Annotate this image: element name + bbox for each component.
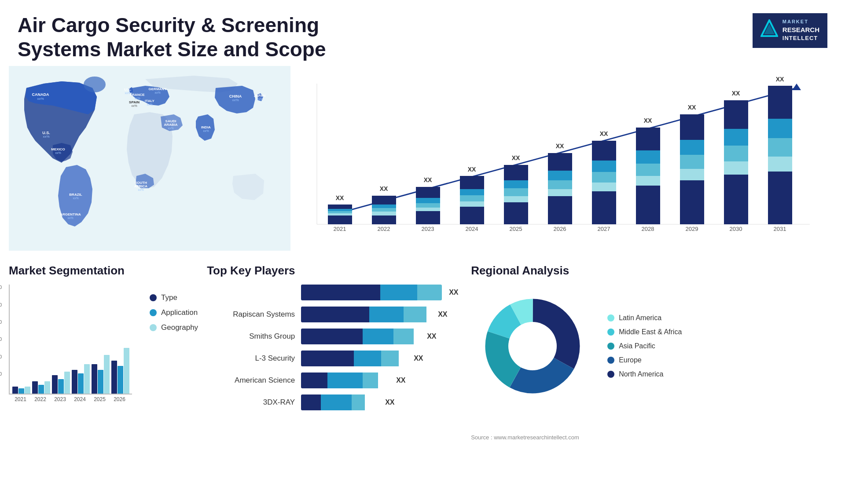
legend-label-apac: Asia Pacific [619,342,655,350]
svg-text:2021: 2021 [334,226,346,232]
bar-seg-mid [380,285,417,300]
svg-rect-78 [548,189,572,196]
svg-rect-83 [592,161,616,172]
header: Air Cargo Security & Screening Systems M… [0,0,845,66]
seg-bar-type [92,364,97,394]
bar-seg-dark [301,351,354,366]
legend-dot-apac [607,343,614,350]
svg-rect-98 [680,155,704,169]
brand-sub: INTELLECT [783,34,819,42]
source-text: Source : www.marketresearchintellect.com [471,434,836,441]
player-row-l3: L-3 Security XX [207,351,462,366]
seg-group-2025 [92,355,110,394]
legend-label-mea: Middle East & Africa [619,328,682,336]
svg-text:XX: XX [644,117,652,124]
bar-seg-mid [321,394,352,410]
bar-seg-mid [354,351,381,366]
legend-item-apac: Asia Pacific [607,342,682,350]
svg-rect-61 [460,176,484,189]
svg-text:2030: 2030 [730,226,742,232]
logo-box: MARKET RESEARCH INTELLECT [753,13,827,48]
legend-item-mea: Middle East & Africa [607,328,682,336]
svg-rect-104 [724,129,748,146]
svg-text:XX: XX [380,185,388,192]
svg-text:XX: XX [600,130,608,137]
legend-item-na: North America [607,370,682,378]
svg-rect-64 [460,201,484,207]
regional-title: Regional Analysis [471,264,836,278]
svg-rect-89 [636,128,660,150]
seg-group-2026 [111,348,129,394]
svg-rect-49 [372,208,396,212]
svg-rect-68 [504,165,528,180]
svg-rect-103 [724,100,748,129]
svg-text:AFRICA: AFRICA [134,184,147,188]
bar-seg-dark [301,307,369,322]
players-section: Top Key Players XX Rapiscan Systems [207,264,462,504]
svg-marker-39 [792,84,801,90]
legend-dot-type [150,294,157,301]
svg-rect-44 [328,215,352,224]
logo-area: MARKET RESEARCH INTELLECT [753,13,827,48]
page-title: Air Cargo Security & Screening Systems M… [18,13,370,62]
legend-item-type: Type [150,293,198,302]
svg-rect-107 [724,175,748,224]
svg-text:2028: 2028 [642,226,654,232]
player-bar-stack-3dx [301,394,378,410]
svg-text:ARGENTINA: ARGENTINA [60,212,81,216]
seg-bar-app [118,366,123,394]
svg-rect-51 [372,215,396,224]
svg-rect-93 [636,186,660,224]
svg-rect-96 [680,114,704,140]
svg-rect-111 [768,119,792,138]
svg-text:SPAIN: SPAIN [129,100,140,104]
seg-bar-app [58,379,64,394]
svg-text:2022: 2022 [378,226,390,232]
svg-rect-71 [504,196,528,202]
seg-bar-chart: 60 50 40 30 20 10 0 [9,285,132,402]
seg-group-2023 [52,372,70,394]
player-bar-container-3dx: XX [301,394,394,410]
svg-rect-57 [416,208,440,211]
regional-legend: Latin America Middle East & Africa Asia … [607,314,682,378]
svg-text:XX: XX [468,166,476,173]
player-bars: XX Rapiscan Systems XX Smiths Group [207,285,462,410]
legend-dot-latin [607,314,614,321]
svg-rect-47 [372,196,396,205]
legend-label-geo: Geography [161,323,198,332]
svg-text:2025: 2025 [510,226,522,232]
svg-rect-91 [636,164,660,176]
svg-text:XX: XX [556,142,564,150]
player-bar-container-l3: XX [301,351,423,366]
player-bar-stack-smiths [301,329,420,344]
seg-bar-type [12,387,18,394]
seg-group-2021 [12,387,30,394]
seg-bar-type [52,375,58,394]
svg-rect-75 [548,153,572,171]
svg-rect-106 [724,161,748,175]
segmentation-section: Market Segmentation 60 50 40 30 20 10 0 [9,264,198,504]
logo-text: MARKET RESEARCH INTELLECT [783,18,819,43]
player-name-rapiscan: Rapiscan Systems [207,310,295,319]
legend-label-latin: Latin America [619,314,661,322]
svg-text:2023: 2023 [422,226,434,232]
svg-text:xx%: xx% [67,216,73,219]
bar-seg-dark [301,373,327,388]
svg-text:2024: 2024 [466,226,478,232]
svg-text:xx%: xx% [55,151,61,154]
player-bar-container-0: XX [301,285,458,300]
bar-seg-light [381,351,399,366]
svg-rect-79 [548,196,572,224]
svg-text:xx%: xx% [73,197,78,200]
svg-rect-90 [636,150,660,164]
svg-text:GERMANY: GERMANY [149,87,167,91]
svg-text:xx%: xx% [138,188,143,191]
segmentation-title: Market Segmentation [9,264,198,278]
svg-text:xx%: xx% [131,104,137,107]
player-bar-stack-amsci [301,373,389,388]
donut-svg [471,285,594,408]
svg-text:MEXICO: MEXICO [51,147,65,151]
seg-bar-geo [104,355,110,394]
svg-rect-70 [504,188,528,196]
svg-text:XX: XX [776,76,784,83]
